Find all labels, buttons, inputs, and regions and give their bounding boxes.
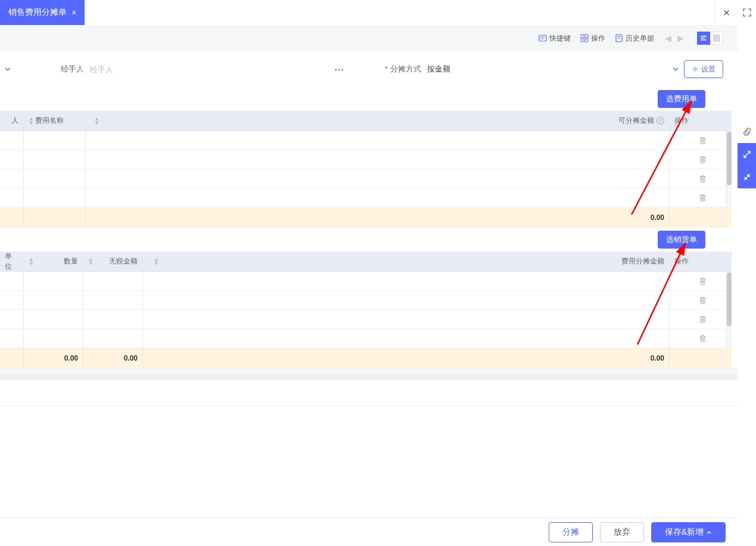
- allocation-method-label: 分摊方式: [385, 64, 421, 75]
- allocate-button[interactable]: 分摊: [549, 522, 593, 542]
- trash-icon[interactable]: [680, 156, 724, 163]
- expense-grid: 人 ▲▼费用名称 ▲▼可分摊金额? 操作 0.00: [0, 111, 732, 228]
- save-new-label: 保存&新增: [665, 527, 704, 538]
- tab-sales-expense-allocation[interactable]: 销售费用分摊单 ×: [0, 0, 85, 25]
- tab-close-icon[interactable]: ×: [71, 8, 76, 17]
- trash-icon[interactable]: [680, 334, 724, 342]
- history-button[interactable]: 历史单据: [615, 33, 654, 44]
- close-panel-button[interactable]: ×: [715, 0, 738, 25]
- trash-icon[interactable]: [680, 175, 724, 182]
- trash-icon[interactable]: [680, 194, 724, 201]
- svg-rect-4: [585, 35, 588, 38]
- settings-button[interactable]: 设置: [684, 60, 723, 78]
- table-row[interactable]: [0, 169, 732, 188]
- total-allocatable: 0.00: [651, 213, 664, 222]
- sort-icon[interactable]: ▲▼: [154, 258, 159, 266]
- svg-rect-13: [714, 35, 716, 38]
- handler-lookup-icon[interactable]: ⋯: [334, 64, 344, 75]
- operation-label: 操作: [591, 33, 605, 44]
- sort-icon[interactable]: ▲▼: [94, 117, 99, 125]
- sales-grid: 单位 ▲▼数量 ▲▼无税金额 ▲▼费用分摊金额 操作 0.00 0.00 0.0…: [0, 252, 732, 368]
- trash-icon[interactable]: [680, 277, 724, 285]
- svg-point-17: [694, 68, 696, 70]
- grid-total-row: 0.00 0.00 0.00: [0, 348, 732, 368]
- trash-icon[interactable]: [680, 296, 724, 304]
- shortcut-button[interactable]: 快捷键: [539, 33, 571, 44]
- table-row[interactable]: [0, 131, 732, 150]
- settings-label: 设置: [701, 64, 715, 75]
- sort-icon[interactable]: ▲▼: [29, 117, 34, 125]
- discard-button[interactable]: 放弃: [600, 522, 644, 542]
- svg-rect-6: [585, 39, 588, 42]
- col-qty: 数量: [64, 256, 78, 266]
- grid-total-row: 0.00: [0, 207, 732, 228]
- select-sales-bill-button[interactable]: 选销货单: [658, 231, 705, 249]
- prev-record-icon[interactable]: ◀: [664, 33, 673, 43]
- chevron-down-icon[interactable]: [0, 65, 15, 73]
- col-ops: 操作: [674, 116, 689, 126]
- view-list-button[interactable]: [697, 32, 710, 45]
- table-row[interactable]: [0, 310, 732, 329]
- table-row[interactable]: [0, 272, 732, 291]
- tab-label: 销售费用分摊单: [8, 7, 67, 18]
- svg-rect-14: [717, 35, 720, 38]
- col-payee-partial: 人: [11, 116, 18, 126]
- gear-icon: [692, 66, 699, 73]
- info-icon[interactable]: ?: [657, 117, 664, 125]
- view-card-button[interactable]: [710, 32, 723, 45]
- expand-in-icon[interactable]: [738, 166, 756, 188]
- grid-scrollbar[interactable]: [726, 272, 732, 348]
- attachment-icon[interactable]: [738, 120, 756, 143]
- total-qty: 0.00: [64, 354, 78, 362]
- col-ops: 操作: [674, 256, 689, 266]
- table-row[interactable]: [0, 291, 732, 310]
- svg-rect-15: [714, 39, 716, 41]
- col-fee-alloc: 费用分摊金额: [621, 256, 664, 266]
- allocation-method-select[interactable]: [427, 65, 665, 74]
- save-and-new-button[interactable]: 保存&新增: [651, 522, 726, 542]
- total-fee-alloc: 0.00: [651, 354, 664, 362]
- col-allocatable: 可分摊金额: [618, 116, 654, 126]
- table-row[interactable]: [0, 188, 732, 207]
- total-amount-notax: 0.00: [124, 354, 138, 362]
- sort-icon[interactable]: ▲▼: [88, 258, 94, 266]
- table-row[interactable]: [0, 329, 732, 348]
- trash-icon[interactable]: [680, 315, 724, 323]
- svg-rect-0: [539, 35, 546, 41]
- trash-icon[interactable]: [680, 136, 724, 144]
- chevron-down-icon[interactable]: [671, 65, 680, 73]
- handler-input[interactable]: [90, 65, 328, 74]
- shortcut-label: 快捷键: [549, 33, 571, 44]
- fullscreen-icon[interactable]: [738, 0, 756, 25]
- select-expense-bill-button[interactable]: 选费用单: [658, 90, 705, 108]
- next-record-icon[interactable]: ▶: [676, 33, 685, 43]
- svg-rect-3: [581, 35, 584, 38]
- col-fee-name: 费用名称: [35, 116, 64, 126]
- col-amount-notax: 无税金额: [109, 256, 138, 266]
- grid-scrollbar[interactable]: [726, 131, 732, 207]
- chevron-up-icon: [706, 529, 712, 535]
- operation-button[interactable]: 操作: [580, 33, 605, 44]
- expand-out-icon[interactable]: [738, 143, 756, 166]
- svg-rect-5: [581, 39, 584, 42]
- handler-label: 经手人: [61, 64, 84, 75]
- table-row[interactable]: [0, 150, 732, 169]
- svg-rect-16: [717, 39, 720, 41]
- sort-icon[interactable]: ▲▼: [29, 258, 34, 266]
- history-label: 历史单据: [626, 33, 654, 44]
- col-unit-partial: 单位: [5, 252, 18, 271]
